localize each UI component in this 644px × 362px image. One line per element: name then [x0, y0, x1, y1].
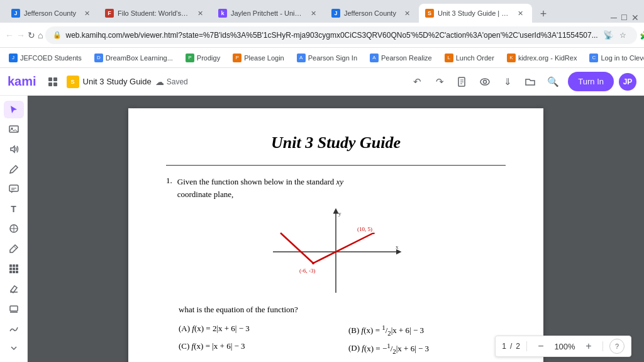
redo-button[interactable]: ↷ [430, 72, 450, 92]
kami-toolbar: kami S Unit 3 Study Guide ☁ Saved ↶ ↷ [0, 68, 644, 96]
question-number: 1. [166, 176, 172, 200]
graph-container: x y [166, 208, 506, 296]
address-bar-row: ← → ↻ ⌂ 🔒 web.kamihq.com/web/viewer.html… [0, 23, 644, 48]
total-pages: 2 [516, 342, 520, 351]
sidebar-select-tool[interactable] [4, 101, 24, 118]
bookmark-clever[interactable]: C Log in to Clever [586, 51, 644, 65]
sidebar-pen-tool[interactable] [4, 240, 24, 257]
reload-button[interactable]: ↻ [28, 26, 35, 44]
sidebar-apps-tool[interactable] [4, 260, 24, 278]
svg-rect-27 [16, 271, 18, 273]
kami-doc-title: Unit 3 Study Guide [83, 77, 152, 86]
tab-close-3[interactable]: ✕ [309, 8, 319, 18]
bookmark-prodigy-label: Prodigy [197, 54, 220, 62]
tab-jefferson-county-1[interactable]: J Jefferson County ✕ [5, 4, 99, 23]
bookmark-pearson-signin[interactable]: A Pearson Sign In [293, 51, 361, 65]
sidebar-shape-tool[interactable] [4, 220, 24, 238]
svg-rect-19 [9, 264, 12, 267]
question-1: 1. Given the function shown below in the… [166, 176, 506, 200]
kami-saved-label: Saved [167, 77, 188, 86]
star-icon[interactable]: ☆ [617, 29, 630, 42]
bookmark-kidrex[interactable]: K kidrex.org - KidRex [503, 51, 581, 65]
folder-button[interactable] [520, 72, 540, 92]
minimize-button[interactable]: ─ [611, 13, 617, 23]
kami-logo[interactable]: kami [8, 74, 36, 89]
answer-e: (E) f(x) = 1/2|x − 6| − 3 [179, 359, 506, 362]
address-bar[interactable]: 🔒 web.kamihq.com/web/viewer.html?state=%… [45, 26, 636, 44]
bookmark-jefcoed[interactable]: J JEFCOED Students [5, 51, 86, 65]
answer-c-formula-text: (x) = |x + 6| − 3 [194, 341, 245, 351]
sidebar-text-tool[interactable]: T [4, 200, 24, 218]
tab-close-5[interactable]: ✕ [516, 8, 526, 18]
undo-button[interactable]: ↶ [407, 72, 427, 92]
answers-grid: (A) f(x) = 2|x + 6| − 3 (B) f(x) = 1/2|x… [179, 324, 506, 363]
home-button[interactable]: ⌂ [38, 26, 43, 44]
turn-in-button[interactable]: Turn In [568, 72, 614, 91]
kami-grid-button[interactable] [44, 73, 62, 91]
bookmark-pearson-signin-label: Pearson Sign In [308, 54, 357, 62]
view-button[interactable] [475, 72, 495, 92]
tab-title-1: Jefferson County [24, 9, 76, 17]
answer-c: (C) f(x) = |x + 6| − 3 [179, 341, 336, 354]
tab-jefferson-county-2[interactable]: J Jefferson County ✕ [325, 4, 419, 23]
equation-question: what is the equation of the function? [179, 303, 506, 316]
svg-text:y: y [338, 210, 341, 217]
bookmark-prodigy[interactable]: P Prodigy [182, 51, 224, 65]
current-page: 1 [502, 342, 506, 351]
svg-point-37 [312, 262, 314, 264]
zoom-out-button[interactable]: − [533, 339, 548, 354]
svg-rect-25 [9, 271, 12, 273]
sidebar-expand-button[interactable] [4, 339, 24, 357]
forward-button[interactable]: → [16, 26, 25, 44]
kami-tools: ↶ ↷ ⇓ 🔍 [407, 72, 563, 92]
answer-d-formula-text: (x) = −1/2|x + 6| − 3 [364, 344, 429, 353]
tab-close-4[interactable]: ✕ [402, 8, 413, 18]
back-button[interactable]: ← [5, 26, 14, 44]
bookmark-dreambox-label: DreamBox Learning... [106, 54, 173, 62]
bookmark-please-login-label: Please Login [244, 54, 284, 62]
user-avatar[interactable]: JP [619, 73, 636, 91]
sidebar-comment-tool[interactable] [4, 180, 24, 198]
tab-close-1[interactable]: ✕ [82, 8, 92, 18]
svg-rect-1 [53, 77, 57, 81]
kami-doc-info: S Unit 3 Study Guide ☁ Saved [67, 76, 402, 88]
address-icons: 📡 ☆ [602, 29, 630, 42]
answer-c-label: (C) [179, 341, 192, 351]
tab-filo-student[interactable]: F Filo Student: World's Only Li... ✕ [99, 4, 212, 23]
zoom-in-button[interactable]: + [581, 339, 596, 354]
sidebar-signature-tool[interactable] [4, 320, 24, 337]
close-window-button[interactable]: ✕ [631, 13, 639, 23]
sidebar-image-tool[interactable] [4, 121, 24, 139]
bookmark-pearson-realize[interactable]: A Pearson Realize [366, 51, 436, 65]
sidebar-draw-tool[interactable] [4, 161, 24, 178]
tab-jaylen-pritchett[interactable]: k Jaylen Pritchett - Unit 3 Stud... ✕ [212, 4, 325, 23]
bookmark-lunch-order[interactable]: L Lunch Order [441, 51, 498, 65]
svg-rect-21 [16, 264, 18, 267]
cast-icon[interactable]: 📡 [602, 29, 614, 42]
address-text: web.kamihq.com/web/viewer.html?state=%7B… [65, 31, 597, 40]
sidebar-tts-tool[interactable] [4, 140, 24, 158]
tab-close-2[interactable]: ✕ [196, 8, 206, 18]
bookmark-please-login[interactable]: P Please Login [229, 51, 288, 65]
tab-title-5: Unit 3 Study Guide | Schoolo... [438, 9, 509, 17]
svg-rect-23 [13, 268, 15, 270]
document-button[interactable] [452, 72, 472, 92]
new-tab-button[interactable]: + [535, 5, 552, 23]
question-text-2: coordinate plane, [177, 189, 234, 199]
svg-line-35 [313, 233, 374, 263]
svg-point-9 [484, 80, 487, 83]
help-button[interactable]: ? [609, 339, 625, 354]
svg-rect-24 [16, 268, 18, 270]
bookmark-dreambox[interactable]: D DreamBox Learning... [91, 51, 177, 65]
search-button[interactable]: 🔍 [543, 72, 563, 92]
sidebar-highlight-tool[interactable] [4, 300, 24, 317]
download-button[interactable]: ⇓ [497, 72, 518, 92]
svg-rect-22 [9, 268, 12, 270]
tab-title-2: Filo Student: World's Only Li... [118, 9, 189, 17]
pdf-viewer[interactable]: Unit 3 Study Guide 1. Given the function… [28, 96, 644, 362]
sidebar-erase-tool[interactable] [4, 280, 24, 297]
maximize-button[interactable]: ☐ [621, 13, 628, 22]
extensions-button[interactable]: 🧩 [640, 26, 644, 44]
answer-b-formula-text: (x) = 1/2|x + 6| − 3 [364, 325, 424, 335]
tab-unit3-study-guide[interactable]: S Unit 3 Study Guide | Schoolo... ✕ [419, 4, 532, 23]
